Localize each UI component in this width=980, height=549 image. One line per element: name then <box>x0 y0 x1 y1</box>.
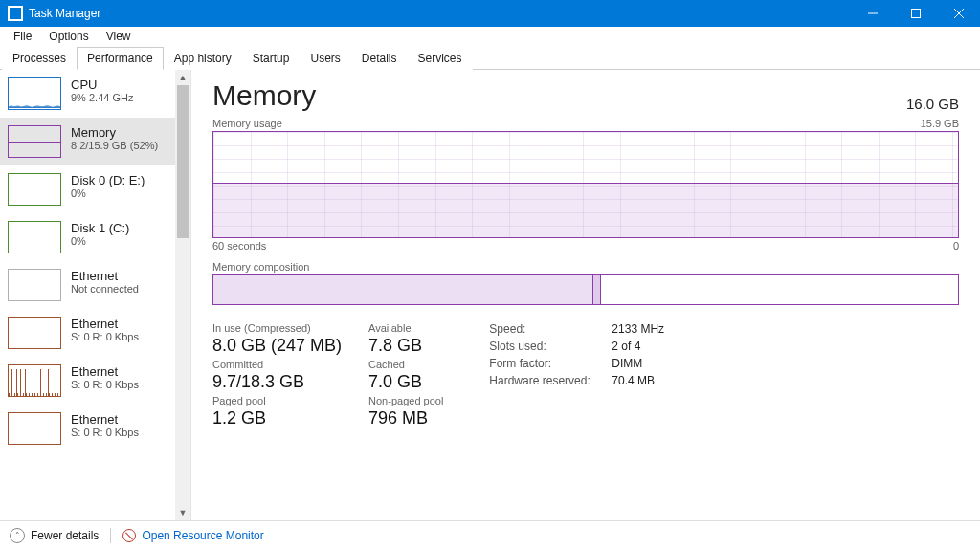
scroll-thumb[interactable] <box>177 85 189 238</box>
resource-monitor-icon <box>122 529 136 542</box>
menubar: File Options View <box>0 27 980 46</box>
minimize-button[interactable] <box>851 0 894 27</box>
speed-key: Speed: <box>489 322 604 336</box>
memory-thumbnail <box>8 125 61 158</box>
eth0-thumbnail <box>8 269 61 301</box>
titlebar: Task Manager <box>0 0 980 27</box>
composition-free <box>601 275 958 304</box>
sidebar-eth1-sub: S: 0 R: 0 Kbps <box>71 331 139 342</box>
slots-value: 2 of 4 <box>612 340 664 353</box>
inuse-label: In use (Compressed) <box>212 322 342 334</box>
memory-usage-chart <box>212 131 959 238</box>
hw-key: Hardware reserved: <box>489 374 604 387</box>
sidebar-eth0-title: Ethernet <box>71 269 139 283</box>
committed-value: 9.7/18.3 GB <box>212 372 342 392</box>
cached-value: 7.0 GB <box>368 372 443 392</box>
disk0-thumbnail <box>8 173 61 206</box>
scroll-down-icon[interactable]: ▼ <box>175 505 190 520</box>
svg-rect-1 <box>911 10 920 18</box>
sidebar-item-eth3[interactable]: EthernetS: 0 R: 0 Kbps <box>0 405 190 452</box>
form-value: DIMM <box>612 357 664 370</box>
composition-label: Memory composition <box>212 261 959 273</box>
sidebar-eth3-sub: S: 0 R: 0 Kbps <box>71 427 139 438</box>
sidebar-item-eth1[interactable]: EthernetS: 0 R: 0 Kbps <box>0 309 190 357</box>
tab-details[interactable]: Details <box>351 47 408 70</box>
open-resource-monitor-label: Open Resource Monitor <box>142 529 263 542</box>
slots-key: Slots used: <box>489 340 604 353</box>
sidebar: CPU9% 2.44 GHz Memory8.2/15.9 GB (52%) D… <box>0 70 191 520</box>
sidebar-cpu-sub: 9% 2.44 GHz <box>71 92 133 103</box>
axis-right: 0 <box>953 240 959 252</box>
memory-composition-chart <box>212 274 959 305</box>
nonpaged-label: Non-paged pool <box>368 395 443 406</box>
detail-title: Memory <box>212 79 316 112</box>
tab-services[interactable]: Services <box>408 47 473 70</box>
sidebar-mem-title: Memory <box>71 125 158 140</box>
eth1-thumbnail <box>8 317 61 349</box>
tabstrip: Processes Performance App history Startu… <box>0 46 980 70</box>
sidebar-eth2-title: Ethernet <box>71 364 139 379</box>
tab-processes[interactable]: Processes <box>2 47 77 70</box>
disk1-thumbnail <box>8 221 61 253</box>
tab-app-history[interactable]: App history <box>164 47 242 70</box>
sidebar-eth1-title: Ethernet <box>71 317 139 331</box>
sidebar-item-eth2[interactable]: EthernetS: 0 R: 0 Kbps <box>0 357 190 405</box>
detail-pane: Memory 16.0 GB Memory usage 15.9 GB 60 s… <box>191 70 980 520</box>
fewer-details-button[interactable]: ˄ Fewer details <box>10 528 99 543</box>
eth3-thumbnail <box>8 412 61 445</box>
sidebar-disk1-sub: 0% <box>71 235 129 247</box>
detail-capacity: 16.0 GB <box>906 96 959 112</box>
sidebar-item-disk1[interactable]: Disk 1 (C:)0% <box>0 213 190 261</box>
sidebar-eth2-sub: S: 0 R: 0 Kbps <box>71 379 139 390</box>
memory-usage-fill <box>213 183 958 237</box>
footer-divider <box>110 528 111 543</box>
usage-label: Memory usage <box>212 118 282 129</box>
hw-value: 70.4 MB <box>612 374 664 387</box>
sidebar-eth3-title: Ethernet <box>71 412 139 427</box>
inuse-value: 8.0 GB (247 MB) <box>212 336 342 356</box>
cached-label: Cached <box>368 359 443 370</box>
tab-users[interactable]: Users <box>300 47 350 70</box>
sidebar-disk0-sub: 0% <box>71 187 145 199</box>
eth2-thumbnail <box>8 364 61 397</box>
tab-performance[interactable]: Performance <box>77 47 164 70</box>
committed-label: Committed <box>212 359 342 370</box>
form-key: Form factor: <box>489 357 604 370</box>
available-value: 7.8 GB <box>368 336 443 356</box>
sidebar-item-memory[interactable]: Memory8.2/15.9 GB (52%) <box>0 118 190 165</box>
paged-value: 1.2 GB <box>212 408 342 428</box>
maximize-button[interactable] <box>894 0 937 27</box>
sidebar-item-eth0[interactable]: EthernetNot connected <box>0 261 190 309</box>
sidebar-item-cpu[interactable]: CPU9% 2.44 GHz <box>0 70 190 118</box>
sidebar-cpu-title: CPU <box>71 77 133 92</box>
speed-value: 2133 MHz <box>612 322 664 336</box>
cpu-thumbnail <box>8 77 61 110</box>
menu-file[interactable]: File <box>6 28 39 45</box>
footer: ˄ Fewer details Open Resource Monitor <box>0 520 980 549</box>
paged-label: Paged pool <box>212 395 342 406</box>
available-label: Available <box>368 322 443 334</box>
usage-max: 15.9 GB <box>921 118 959 129</box>
menu-view[interactable]: View <box>99 28 139 45</box>
sidebar-mem-sub: 8.2/15.9 GB (52%) <box>71 140 158 151</box>
main-area: CPU9% 2.44 GHz Memory8.2/15.9 GB (52%) D… <box>0 70 980 520</box>
sidebar-disk1-title: Disk 1 (C:) <box>71 221 129 235</box>
window-title: Task Manager <box>29 7 100 20</box>
composition-used <box>213 275 593 304</box>
sidebar-disk0-title: Disk 0 (D: E:) <box>71 173 145 187</box>
close-button[interactable] <box>937 0 980 27</box>
menu-options[interactable]: Options <box>41 28 96 45</box>
fewer-details-label: Fewer details <box>31 529 99 542</box>
axis-left: 60 seconds <box>212 240 266 252</box>
chevron-up-icon: ˄ <box>10 528 25 543</box>
sidebar-scrollbar[interactable]: ▲ ▼ <box>175 70 190 520</box>
sidebar-eth0-sub: Not connected <box>71 283 139 295</box>
tab-startup[interactable]: Startup <box>242 47 301 70</box>
open-resource-monitor-link[interactable]: Open Resource Monitor <box>122 529 263 542</box>
sidebar-item-disk0[interactable]: Disk 0 (D: E:)0% <box>0 165 190 213</box>
nonpaged-value: 796 MB <box>368 408 443 428</box>
app-icon <box>8 6 23 21</box>
composition-modified <box>593 275 601 304</box>
stats-area: In use (Compressed)8.0 GB (247 MB) Avail… <box>212 322 959 428</box>
scroll-up-icon[interactable]: ▲ <box>175 70 190 85</box>
